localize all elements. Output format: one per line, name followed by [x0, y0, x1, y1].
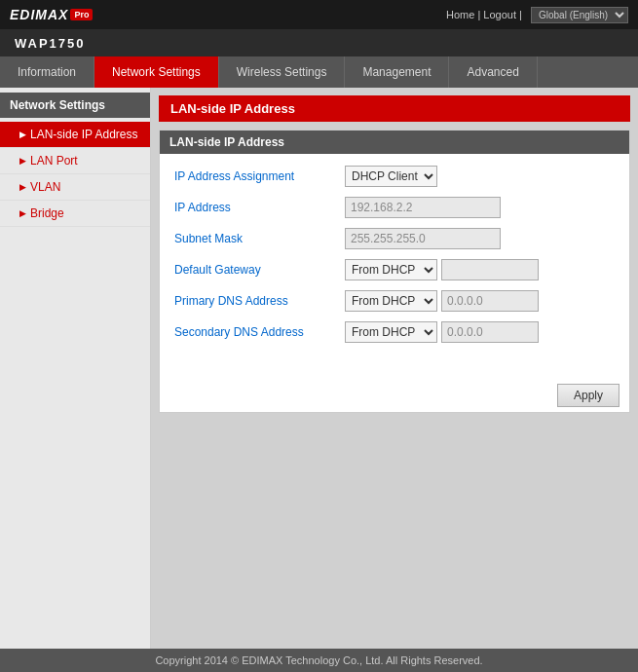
model-name: WAP1750 — [15, 36, 86, 51]
arrow-icon: ▶ — [19, 182, 26, 192]
logo: EDIMAX Pro — [10, 7, 93, 22]
secondary-dns-input[interactable] — [441, 321, 539, 343]
default-gateway-input[interactable] — [441, 259, 539, 280]
nav-wireless-settings[interactable]: Wireless Settings — [219, 56, 346, 88]
nav-information[interactable]: Information — [0, 56, 94, 88]
language-select[interactable]: Global (English) — [531, 7, 628, 23]
sidebar-item-lan-ip[interactable]: ▶ LAN-side IP Address — [0, 122, 150, 148]
main-nav: Information Network Settings Wireless Se… — [0, 56, 638, 88]
logo-edi: EDIMAX — [10, 7, 68, 22]
sidebar-item-lan-port[interactable]: ▶ LAN Port — [0, 148, 150, 174]
sidebar-item-label: LAN-side IP Address — [30, 128, 138, 141]
sidebar-item-bridge[interactable]: ▶ Bridge — [0, 201, 150, 227]
ip-address-label: IP Address — [174, 201, 345, 214]
arrow-icon: ▶ — [19, 208, 26, 218]
secondary-dns-select[interactable]: From DHCP Manual — [345, 321, 437, 343]
page-heading: LAN-side IP Address — [159, 95, 630, 122]
default-gateway-select[interactable]: From DHCP Manual — [345, 259, 437, 280]
sidebar-item-label: VLAN — [30, 180, 60, 194]
nav-advanced[interactable]: Advanced — [449, 56, 537, 88]
secondary-dns-label: Secondary DNS Address — [174, 325, 345, 339]
arrow-icon: ▶ — [19, 156, 26, 166]
header-links: Home | Logout | Global (English) — [446, 7, 628, 23]
sidebar-item-vlan[interactable]: ▶ VLAN — [0, 174, 150, 201]
logo-pro: Pro — [70, 9, 93, 20]
separator2: | — [519, 9, 525, 20]
model-bar: WAP1750 — [0, 29, 638, 56]
logout-link[interactable]: Logout — [483, 9, 516, 20]
subnet-mask-label: Subnet Mask — [174, 232, 345, 245]
primary-dns-select[interactable]: From DHCP Manual — [345, 290, 437, 312]
footer: Copyright 2014 © EDIMAX Technology Co., … — [0, 649, 638, 672]
nav-network-settings[interactable]: Network Settings — [94, 56, 219, 88]
sidebar-item-label: LAN Port — [30, 154, 78, 168]
header: EDIMAX Pro Home | Logout | Global (Engli… — [0, 0, 638, 29]
section-content: IP Address Assignment DHCP Client Static… — [160, 154, 629, 364]
section-box: LAN-side IP Address IP Address Assignmen… — [159, 130, 630, 413]
logo-text: EDIMAX — [10, 7, 68, 22]
arrow-icon: ▶ — [19, 130, 26, 139]
home-link[interactable]: Home — [446, 9, 474, 20]
btn-row: Apply — [160, 364, 629, 412]
default-gateway-label: Default Gateway — [174, 263, 345, 277]
ip-assignment-row: IP Address Assignment DHCP Client Static… — [174, 166, 615, 187]
apply-button[interactable]: Apply — [557, 384, 619, 407]
subnet-mask-row: Subnet Mask — [174, 228, 615, 249]
sidebar-item-label: Bridge — [30, 206, 64, 220]
section-title: LAN-side IP Address — [160, 131, 629, 154]
primary-dns-input[interactable] — [441, 290, 539, 312]
sidebar-title: Network Settings — [0, 93, 150, 118]
nav-management[interactable]: Management — [345, 56, 449, 88]
default-gateway-row: Default Gateway From DHCP Manual — [174, 259, 615, 280]
ip-assignment-label: IP Address Assignment — [174, 169, 345, 183]
ip-address-row: IP Address — [174, 197, 615, 218]
ip-address-input[interactable] — [345, 197, 501, 218]
secondary-dns-row: Secondary DNS Address From DHCP Manual — [174, 321, 615, 343]
footer-text: Copyright 2014 © EDIMAX Technology Co., … — [155, 654, 482, 666]
main-panel: LAN-side IP Address LAN-side IP Address … — [151, 88, 638, 649]
subnet-mask-input[interactable] — [345, 228, 501, 249]
sidebar: Network Settings ▶ LAN-side IP Address ▶… — [0, 88, 151, 649]
content-wrapper: Network Settings ▶ LAN-side IP Address ▶… — [0, 88, 638, 649]
ip-assignment-select[interactable]: DHCP Client Static IP — [345, 166, 437, 187]
primary-dns-label: Primary DNS Address — [174, 294, 345, 308]
primary-dns-row: Primary DNS Address From DHCP Manual — [174, 290, 615, 312]
